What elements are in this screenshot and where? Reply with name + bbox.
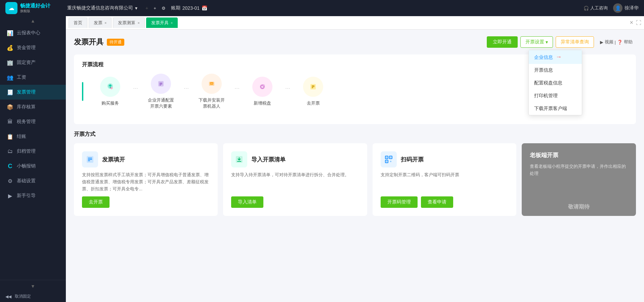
dropdown-item-company[interactable]: 企业信息 → — [529, 50, 582, 64]
tab-close-icon[interactable]: × — [104, 21, 106, 25]
sidebar-item-guide[interactable]: ▶ 新手引导 — [0, 188, 66, 203]
headphone-icon: 🎧 — [584, 6, 589, 11]
top-bar: ☁ 畅捷通好会计 旗舰版 重庆畅捷交通信息咨询有限公司 ▾ + + ⚙ 账期 2… — [0, 0, 644, 16]
sidebar-item-cloud-report[interactable]: 📊 云报表中心 — [0, 26, 66, 40]
arrow-icon: ··· — [234, 85, 240, 99]
sidebar-item-tax[interactable]: 🏛 税务管理 — [0, 114, 66, 129]
sidebar-item-label: 小畅报销 — [17, 163, 36, 169]
method-card-fill: 发票填开 支持按照发票样式手工填开发票；可开具增值税电子普通发票、增值税普通发票… — [74, 143, 218, 216]
step-label: 去开票 — [307, 100, 320, 106]
logo-text: 畅捷通好会计 — [20, 3, 50, 9]
dropdown-item-printer[interactable]: 打印机管理 — [529, 89, 582, 102]
abnormal-button[interactable]: 异常清单查询 — [556, 36, 594, 48]
fill-invoice-button[interactable]: 去开票 — [82, 196, 110, 208]
step-label: 下载并安装开票机器人 — [197, 97, 227, 109]
svg-rect-34 — [386, 161, 387, 162]
tax-disk-icon — [252, 77, 272, 97]
arrow-icon: ··· — [184, 85, 189, 99]
process-step-buy: 购买服务 — [90, 77, 130, 106]
calendar-icon[interactable]: 📅 — [202, 5, 207, 11]
close-window-button[interactable]: × — [630, 19, 633, 26]
activate-button[interactable]: 立即开通 — [487, 36, 518, 48]
method-card-boss: 老板端开票 查看老板端小程序提交的开票申请，并作出相应的处理 敬请期待 — [522, 143, 636, 216]
sidebar-item-invoice[interactable]: 🧾 发票管理 — [0, 85, 66, 100]
user-area[interactable]: 👤 徐泽华 — [613, 3, 639, 13]
tab-bar: 首页 发票 × 发票测算 × 发票开具 × × ⛶ — [66, 16, 644, 30]
payroll-icon: 👥 — [7, 74, 13, 81]
import-invoice-desc: 支持导入待开票清单，可对待开票清单进行拆分、合并处理。 — [231, 172, 359, 179]
inventory-icon: 📦 — [7, 104, 13, 110]
sidebar-item-settlement[interactable]: 📋 结账 — [0, 129, 66, 144]
overlay-text: 敬请期待 — [522, 203, 636, 211]
dropdown-menu: 企业信息 → 开票信息 配置税盘信息 打印机管理 — [528, 50, 582, 115]
tab-close-icon[interactable]: × — [137, 21, 139, 25]
process-step-config: 企业开通配置开票六要素 — [141, 74, 181, 109]
sidebar-item-fund[interactable]: 💰 资金管理 — [0, 40, 66, 55]
method-header: 扫码开票 — [381, 151, 508, 167]
add-button[interactable]: + — [154, 6, 156, 11]
fixed-assets-icon: 🏢 — [7, 59, 13, 66]
sidebar-item-unpin[interactable]: ◀◀ 取消固定 — [0, 291, 66, 302]
tab-close-icon[interactable]: × — [171, 21, 173, 25]
expense-icon: C — [7, 163, 13, 169]
download-icon — [202, 74, 222, 94]
scroll-up-button[interactable]: ▲ — [0, 16, 66, 26]
maximize-window-button[interactable]: ⛶ — [636, 20, 641, 26]
methods-grid: 发票填开 支持按照发票样式手工填开发票；可开具增值税电子普通发票、增值税普通发票… — [74, 143, 636, 216]
dropdown-item-invoice-info[interactable]: 开票信息 — [529, 64, 582, 77]
user-name: 徐泽华 — [625, 5, 639, 11]
scroll-down-button[interactable]: ▼ — [0, 281, 66, 291]
step-label: 企业开通配置开票六要素 — [146, 97, 176, 109]
tab-home[interactable]: 首页 — [69, 17, 87, 28]
logo-sub: 旗舰版 — [20, 9, 50, 13]
video-button[interactable]: ▶ 视频 | ❓ 帮助 — [597, 37, 636, 47]
sidebar-item-fixed-assets[interactable]: 🏢 固定资产 — [0, 55, 66, 70]
settings-icon[interactable]: ⚙ — [162, 6, 166, 11]
dropdown-item-download-client[interactable]: 下载开票客户端 — [529, 102, 582, 115]
settings-button[interactable]: 开票设置 ▾ — [520, 36, 553, 48]
sidebar-item-inventory[interactable]: 📦 库存核算 — [0, 100, 66, 114]
content-area: 首页 发票 × 发票测算 × 发票开具 × × ⛶ — [66, 16, 644, 302]
tab-label: 发票开具 — [151, 20, 169, 26]
sidebar-item-label: 固定资产 — [17, 60, 36, 66]
sidebar-item-payroll[interactable]: 👥 工资 — [0, 70, 66, 85]
import-list-button[interactable]: 导入清单 — [231, 196, 263, 208]
tab-invoice-open[interactable]: 发票开具 × — [146, 17, 178, 28]
divider: + — [145, 5, 148, 11]
dropdown-item-tax-config[interactable]: 配置税盘信息 — [529, 77, 582, 89]
page-title: 发票开具 — [74, 37, 103, 47]
sidebar-item-expense[interactable]: C 小畅报销 — [0, 159, 66, 174]
settings-icon: ⚙ — [7, 178, 13, 184]
logo-area: ☁ 畅捷通好会计 旗舰版 — [5, 2, 59, 14]
svg-rect-31 — [390, 161, 391, 162]
scan-code-manage-button[interactable]: 开票码管理 — [381, 196, 418, 208]
scan-invoice-name: 扫码开票 — [401, 156, 424, 163]
tab-invoice-calc[interactable]: 发票测算 × — [113, 17, 144, 28]
content-main: 发票开具 待开通 立即开通 开票设置 ▾ 异常清单查询 ▶ 视频 — [66, 30, 644, 302]
sidebar-item-settings[interactable]: ⚙ 基础设置 — [0, 174, 66, 188]
sidebar-item-label: 税务管理 — [17, 119, 36, 125]
play-icon: ▶ — [600, 40, 603, 45]
sidebar-item-label: 库存核算 — [17, 104, 36, 110]
chevron-down-icon: ▾ — [135, 5, 137, 11]
settlement-icon: 📋 — [7, 133, 13, 140]
fill-invoice-icon — [82, 151, 98, 167]
scan-invoice-desc: 支持定制开票二维码，客户端可扫码开票 — [381, 172, 508, 179]
fund-icon: 💰 — [7, 44, 13, 51]
sidebar-item-archive[interactable]: 🗂 归档管理 — [0, 144, 66, 159]
tab-invoice[interactable]: 发票 × — [89, 17, 112, 28]
import-invoice-icon — [231, 151, 247, 167]
company-selector[interactable]: 重庆畅捷交通信息咨询有限公司 ▾ — [65, 4, 140, 12]
method-card-scan: 扫码开票 支持定制开票二维码，客户端可扫码开票 开票码管理 查看申请 — [373, 143, 516, 216]
scan-invoice-icon — [381, 151, 397, 167]
cloud-report-icon: 📊 — [7, 30, 13, 36]
methods-section: 开票方式 发票填开 支持按照发票样式手工填开发票；可开具增值税电子普通发票、增值… — [74, 131, 636, 216]
page-header: 发票开具 待开通 立即开通 开票设置 ▾ 异常清单查询 ▶ 视频 — [74, 36, 636, 48]
fill-invoice-name: 发票填开 — [102, 156, 125, 163]
method-header: 发票填开 — [82, 151, 210, 167]
invoice-icon: 🧾 — [7, 89, 13, 96]
buy-service-icon — [100, 77, 120, 97]
svg-rect-33 — [390, 157, 391, 158]
view-apply-button[interactable]: 查看申请 — [421, 196, 453, 208]
consult-button[interactable]: 🎧 人工咨询 — [584, 5, 608, 11]
